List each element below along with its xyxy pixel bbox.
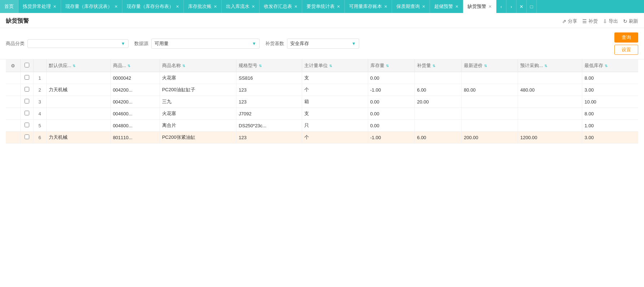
tab-scroll-right[interactable]: › (506, 0, 517, 13)
row-est-purchase: 480.00 (518, 84, 582, 96)
stock-qty-column-header[interactable]: 库存量⇅ (368, 59, 415, 72)
tab-order-stats[interactable]: 要货单统计表 ✕ (302, 0, 345, 13)
tab-inventory-dist[interactable]: 现存量（库存分布表） ✕ (122, 0, 184, 13)
row-latest-price (462, 108, 518, 120)
tab-inventory-status[interactable]: 现存量（库存状况表） ✕ (61, 0, 122, 13)
table-row: 2 力天机械 004200... PC200油缸缸子 123 个 -1.00 6… (6, 84, 638, 96)
filter-buttons: 查询 设置 (614, 32, 638, 55)
row-checkbox-cell[interactable] (20, 84, 33, 96)
close-icon[interactable]: ✕ (337, 4, 340, 9)
close-icon[interactable]: ✕ (294, 4, 297, 9)
sort-icon: ⇅ (73, 64, 75, 68)
row-checkbox-cell[interactable] (20, 108, 33, 120)
row-unit: 个 (302, 132, 368, 144)
close-icon[interactable]: ✕ (488, 4, 492, 9)
row-spec: DS250*23c... (236, 120, 302, 132)
tab-close-all[interactable]: ✕ (517, 0, 527, 13)
tab-batch-account[interactable]: 库存批次账 ✕ (184, 0, 222, 13)
close-icon[interactable]: ✕ (114, 4, 118, 9)
close-icon[interactable]: ✕ (214, 4, 217, 9)
tab-inout-flow[interactable]: 出入库流水 ✕ (222, 0, 260, 13)
row-min-stock: 8.00 (582, 72, 638, 84)
tab-scroll-left[interactable]: ‹ (496, 0, 506, 13)
table-row: 4 004600... 火花塞 J7092 支 0.00 8.00 (6, 108, 638, 120)
export-button[interactable]: ⇩ 导出 (603, 18, 618, 25)
replenish-basis-select[interactable]: 安全库存 ▼ (287, 39, 359, 49)
tab-maximize[interactable]: □ (527, 0, 537, 13)
row-supplier (46, 108, 110, 120)
tab-available-ledger[interactable]: 可用量库存账本 ✕ (345, 0, 392, 13)
tab-exception[interactable]: 拣货异常处理 ✕ (18, 0, 61, 13)
row-replenish-qty (415, 72, 462, 84)
category-filter-group: 商品分类 ▼ (6, 39, 129, 48)
refresh-button[interactable]: ↻ 刷新 (623, 18, 638, 25)
chevron-down-icon: ▼ (121, 41, 125, 46)
row-latest-price: 200.00 (462, 132, 518, 144)
row-checkbox[interactable] (25, 75, 29, 80)
replenish-qty-column-header[interactable]: 补货量⇅ (415, 59, 462, 72)
row-checkbox-cell[interactable] (20, 96, 33, 108)
tab-home[interactable]: 首页 (0, 0, 18, 13)
min-stock-column-header[interactable]: 最低库存⇅ (582, 59, 638, 72)
row-checkbox-cell[interactable] (20, 72, 33, 84)
latest-price-column-header[interactable]: 最新进价⇅ (462, 59, 518, 72)
category-select[interactable]: ▼ (27, 39, 129, 48)
close-icon[interactable]: ✕ (53, 4, 56, 9)
row-checkbox-cell[interactable] (20, 132, 33, 144)
row-est-purchase (518, 108, 582, 120)
row-checkbox-cell[interactable] (20, 120, 33, 132)
row-supplier: 力天机械 (46, 84, 110, 96)
unit-column-header[interactable]: 主计量单位⇅ (302, 59, 368, 72)
table-row: 5 004800... 离合片 DS250*23c... 只 0.00 1.00 (6, 120, 638, 132)
row-min-stock: 10.00 (582, 96, 638, 108)
row-number: 5 (33, 120, 46, 132)
close-icon[interactable]: ✕ (252, 4, 255, 9)
row-supplier: 力天机械 (46, 132, 110, 144)
row-min-stock: 3.00 (582, 84, 638, 96)
row-stock-qty: -1.00 (368, 132, 415, 144)
row-checkbox[interactable] (25, 99, 29, 103)
filter-area: 商品分类 ▼ 数据源 可用量 ▼ 补货基数 安全库存 ▼ 查询 设置 (0, 28, 644, 59)
select-all-checkbox[interactable] (25, 63, 29, 67)
row-latest-price (462, 72, 518, 84)
close-icon[interactable]: ✕ (422, 4, 425, 9)
row-product-name: 火花塞 (160, 108, 236, 120)
est-purchase-column-header[interactable]: 预计采购...⇅ (518, 59, 582, 72)
row-checkbox[interactable] (25, 123, 29, 127)
refresh-icon: ↻ (623, 18, 627, 24)
spec-column-header[interactable]: 规格型号⇅ (236, 59, 302, 72)
page-header: 缺货预警 ⇗ 分享 ☰ 补货 ⇩ 导出 ↻ 刷新 (0, 13, 644, 28)
row-spec: SS816 (236, 72, 302, 84)
datasource-label: 数据源 (134, 40, 148, 47)
close-icon[interactable]: ✕ (384, 4, 387, 9)
row-latest-price (462, 96, 518, 108)
table-container: ⚙ 默认供应...⇅ 商品...⇅ 商品名称⇅ 规格型号⇅ (0, 59, 644, 144)
share-button[interactable]: ⇗ 分享 (562, 18, 577, 25)
tab-shortage-warning[interactable]: 缺货预警 ✕ (463, 0, 496, 13)
row-replenish-qty: 6.00 (415, 132, 462, 144)
replenish-basis-label: 补货基数 (265, 40, 284, 47)
gear-column-header[interactable]: ⚙ (6, 59, 20, 72)
row-spec: 123 (236, 84, 302, 96)
query-button[interactable]: 查询 (614, 32, 638, 43)
row-checkbox[interactable] (25, 111, 29, 115)
row-gear-cell (6, 84, 20, 96)
close-icon[interactable]: ✕ (176, 4, 179, 9)
tab-collect-summary[interactable]: 收发存汇总表 ✕ (260, 0, 302, 13)
replenish-button[interactable]: ☰ 补货 (582, 18, 598, 25)
row-checkbox[interactable] (25, 134, 29, 139)
tab-overstock-warning[interactable]: 超储预警 ✕ (430, 0, 463, 13)
row-gear-cell (6, 96, 20, 108)
row-supplier (46, 72, 110, 84)
settings-button[interactable]: 设置 (614, 45, 638, 55)
row-product-name: PC200油缸缸子 (160, 84, 236, 96)
close-icon[interactable]: ✕ (455, 4, 458, 9)
product-name-column-header[interactable]: 商品名称⇅ (160, 59, 236, 72)
table-row: 6 力天机械 801110... PC200张紧油缸 123 个 -1.00 6… (6, 132, 638, 144)
datasource-select[interactable]: 可用量 ▼ (151, 39, 260, 49)
product-code-column-header[interactable]: 商品...⇅ (110, 59, 160, 72)
tab-expiry-query[interactable]: 保质期查询 ✕ (392, 0, 430, 13)
supplier-column-header[interactable]: 默认供应...⇅ (46, 59, 110, 72)
checkbox-column-header (20, 59, 33, 72)
row-checkbox[interactable] (25, 87, 29, 92)
